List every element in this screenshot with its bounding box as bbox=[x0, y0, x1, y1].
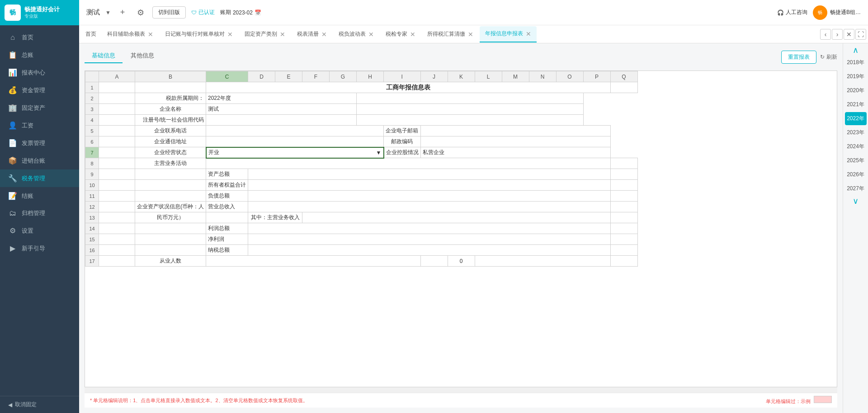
old-version-button[interactable]: 切到旧版 bbox=[152, 6, 186, 19]
cell-r10-D bbox=[248, 180, 611, 191]
cell-r4-H bbox=[357, 115, 584, 126]
settings-button[interactable]: ⚙ bbox=[134, 6, 147, 19]
refresh-button[interactable]: ↻ 刷新 bbox=[820, 51, 837, 64]
sidebar-item-stock[interactable]: 📦进销台账 bbox=[0, 152, 79, 169]
cell-r5-A bbox=[99, 126, 135, 136]
col-header-L: L bbox=[475, 71, 502, 82]
row-10: 10所有者权益合计 bbox=[85, 180, 638, 191]
year-item-2022年[interactable]: 2022年 bbox=[845, 112, 867, 125]
sidebar-item-salary[interactable]: 👤工资 bbox=[0, 117, 79, 134]
tab-close-tax_wave[interactable]: ✕ bbox=[368, 31, 374, 38]
cell-r2-H bbox=[357, 93, 584, 104]
col-header-E: E bbox=[275, 71, 302, 82]
content-tabs: 基础信息其他信息 bbox=[85, 49, 161, 63]
spreadsheet[interactable]: ABCDEFGHIJKLMNOPQ 1工商年报信息表2税款所属期间：2022年度… bbox=[85, 70, 837, 387]
sidebar-item-settings[interactable]: ⚙设置 bbox=[0, 222, 79, 239]
sidebar-item-archive[interactable]: 🗂归档管理 bbox=[0, 205, 79, 222]
year-item-2021年[interactable]: 2021年 bbox=[845, 98, 867, 111]
tab-close-tax_check[interactable]: ✕ bbox=[410, 31, 415, 38]
sidebar-item-tax[interactable]: 🔧税务管理 bbox=[0, 169, 79, 187]
tab-label-fixed_asset: 固定资产类别 bbox=[245, 30, 277, 38]
cell-r10-C: 所有者权益合计 bbox=[206, 180, 248, 191]
content-tab-basic[interactable]: 基础信息 bbox=[85, 49, 123, 63]
tab-tax_check[interactable]: 税检专家✕ bbox=[380, 26, 421, 42]
avatar: 畅 bbox=[813, 5, 827, 20]
reset-report-button[interactable]: 重置报表 bbox=[781, 51, 816, 64]
cell-r6-A bbox=[99, 136, 135, 147]
tabs-maximize-button[interactable]: ⛶ bbox=[855, 29, 866, 40]
year-item-2025年[interactable]: 2025年 bbox=[845, 154, 867, 167]
content-tab-other[interactable]: 其他信息 bbox=[123, 49, 161, 63]
tab-annual[interactable]: 年报信息申报表✕ bbox=[480, 26, 537, 42]
year-scroll-up[interactable]: ∧ bbox=[849, 45, 863, 55]
tab-income_tax[interactable]: 所得税汇算清缴✕ bbox=[422, 26, 479, 42]
content-area: 基础信息其他信息 重置报表 ↻ 刷新 ABCDEFGHIJKLMNOPQ bbox=[79, 43, 868, 413]
headset-icon: 🎧 bbox=[777, 9, 784, 16]
row-num-12: 12 bbox=[85, 202, 99, 212]
year-item-2019年[interactable]: 2019年 bbox=[845, 70, 867, 83]
year-scroll-down[interactable]: ∨ bbox=[849, 196, 863, 206]
tabs-close-button[interactable]: ✕ bbox=[844, 29, 854, 40]
tab-journal[interactable]: 日记账与银行对账单核对✕ bbox=[160, 26, 238, 42]
sidebar-item-settle[interactable]: 📝结账 bbox=[0, 187, 79, 205]
sidebar-item-invoice[interactable]: 📄发票管理 bbox=[0, 134, 79, 152]
tab-home[interactable]: 首页 bbox=[81, 30, 101, 38]
tabs-bar: 首页科目辅助余额表✕日记账与银行对账单核对✕固定资产类别✕税表清册✕税负波动表✕… bbox=[79, 25, 868, 43]
tab-tax_wave[interactable]: 税负波动表✕ bbox=[333, 26, 379, 42]
tabs-prev-button[interactable]: ‹ bbox=[820, 29, 831, 40]
year-item-2020年[interactable]: 2020年 bbox=[845, 84, 867, 97]
tab-tax_form[interactable]: 税表清册✕ bbox=[292, 26, 332, 42]
tabs-next-button[interactable]: › bbox=[832, 29, 843, 40]
col-header-M: M bbox=[502, 71, 529, 82]
cell-r5-K bbox=[420, 126, 610, 136]
cell-r13-B: 民币万元） bbox=[135, 212, 206, 223]
year-item-2018年[interactable]: 2018年 bbox=[845, 56, 867, 69]
tab-close-journal[interactable]: ✕ bbox=[227, 31, 233, 38]
tab-close-tax_form[interactable]: ✕ bbox=[321, 31, 327, 38]
cell-r16-B bbox=[135, 245, 206, 256]
cell-r14-Q bbox=[610, 223, 637, 234]
home-icon: ⌂ bbox=[8, 33, 17, 42]
tab-aux[interactable]: 科目辅助余额表✕ bbox=[102, 26, 159, 42]
sidebar-item-guide[interactable]: ▶新手引导 bbox=[0, 239, 79, 257]
cell-r13-D: 其中：主营业务收入 bbox=[248, 212, 302, 223]
sidebar-item-capital[interactable]: 💰资金管理 bbox=[0, 81, 79, 99]
row-11: 11负债总额 bbox=[85, 191, 638, 202]
sidebar-label-settings: 设置 bbox=[22, 227, 33, 235]
col-header-row bbox=[85, 71, 99, 82]
user-menu[interactable]: 畅 畅捷通B组… bbox=[813, 5, 861, 20]
year-item-2027年[interactable]: 2027年 bbox=[845, 182, 867, 195]
calendar-icon[interactable]: 📅 bbox=[255, 9, 261, 16]
sidebar-label-tax: 税务管理 bbox=[22, 174, 45, 183]
year-item-2023年[interactable]: 2023年 bbox=[845, 126, 867, 139]
settings-icon: ⚙ bbox=[8, 226, 17, 235]
sidebar-item-fixed[interactable]: 🏢固定资产 bbox=[0, 99, 79, 117]
tab-close-annual[interactable]: ✕ bbox=[526, 30, 531, 38]
cell-r1-Q bbox=[610, 82, 637, 93]
cell-r5-J: 企业电子邮箱 bbox=[384, 126, 421, 136]
title-dropdown-icon[interactable]: ▼ bbox=[105, 9, 111, 16]
tab-close-fixed_asset[interactable]: ✕ bbox=[280, 31, 285, 38]
year-item-2026年[interactable]: 2026年 bbox=[845, 168, 867, 181]
sidebar-label-ledger: 总账 bbox=[22, 51, 33, 59]
add-button[interactable]: + bbox=[116, 6, 129, 19]
salary-icon: 👤 bbox=[8, 121, 17, 130]
cell-r15-Q bbox=[610, 234, 637, 245]
tab-fixed_asset[interactable]: 固定资产类别✕ bbox=[239, 26, 291, 42]
consult-button[interactable]: 🎧 人工咨询 bbox=[777, 9, 807, 16]
year-item-2024年[interactable]: 2024年 bbox=[845, 140, 867, 153]
cell-r3-A bbox=[99, 104, 135, 115]
row-15: 15净利润 bbox=[85, 234, 638, 245]
cell-r7-C[interactable]: 开业▼ bbox=[206, 147, 384, 158]
cell-r11-D bbox=[248, 191, 611, 202]
unpin-button[interactable]: ◀ 取消固定 bbox=[0, 396, 79, 413]
sidebar-label-invoice: 发票管理 bbox=[22, 139, 45, 147]
tab-close-income_tax[interactable]: ✕ bbox=[468, 31, 473, 38]
horizontal-scrollbar[interactable] bbox=[85, 387, 837, 393]
sidebar-item-report[interactable]: 📊报表中心 bbox=[0, 64, 79, 81]
sidebar-item-ledger[interactable]: 📋总账 bbox=[0, 46, 79, 64]
sidebar-item-home[interactable]: ⌂首页 bbox=[0, 29, 79, 46]
cell-r6-B: 企业通信地址 bbox=[135, 136, 206, 147]
tab-close-aux[interactable]: ✕ bbox=[148, 31, 153, 38]
row-4: 4注册号/统一社会信用代码 bbox=[85, 115, 638, 126]
